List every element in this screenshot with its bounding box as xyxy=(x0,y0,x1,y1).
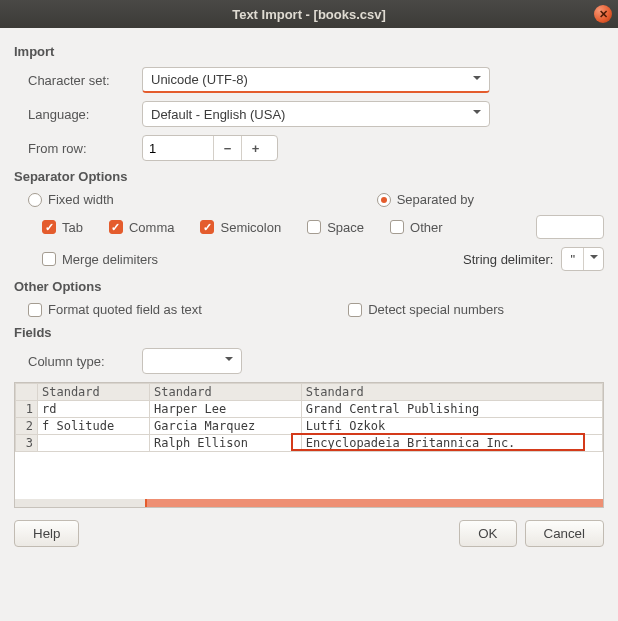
separator-heading: Separator Options xyxy=(14,169,604,184)
charset-label: Character set: xyxy=(28,73,136,88)
checkbox-icon xyxy=(28,303,42,317)
preview-area[interactable]: Standard Standard Standard 1 rd Harper L… xyxy=(14,382,604,508)
merge-label: Merge delimiters xyxy=(62,252,158,267)
close-icon[interactable]: ✕ xyxy=(594,5,612,23)
space-label: Space xyxy=(327,220,364,235)
rownum-cell: 2 xyxy=(16,418,38,435)
titlebar: Text Import - [books.csv] ✕ xyxy=(0,0,618,28)
table-header-row: Standard Standard Standard xyxy=(16,384,603,401)
rownum-cell: 3 xyxy=(16,435,38,452)
col-header[interactable]: Standard xyxy=(38,384,150,401)
space-checkbox[interactable]: Space xyxy=(307,220,364,235)
fixed-width-radio[interactable]: Fixed width xyxy=(28,192,114,207)
cell: Harper Lee xyxy=(149,401,301,418)
coltype-label: Column type: xyxy=(28,354,136,369)
ok-button[interactable]: OK xyxy=(459,520,516,547)
cell: f Solitude xyxy=(38,418,150,435)
help-button[interactable]: Help xyxy=(14,520,79,547)
table-row: 1 rd Harper Lee Grand Central Publishing xyxy=(16,401,603,418)
rownum-cell: 1 xyxy=(16,401,38,418)
semicolon-checkbox[interactable]: Semicolon xyxy=(200,220,281,235)
chevron-down-icon xyxy=(583,248,603,270)
fromrow-input[interactable] xyxy=(143,141,213,156)
cell: rd xyxy=(38,401,150,418)
checkbox-icon xyxy=(42,252,56,266)
cancel-button[interactable]: Cancel xyxy=(525,520,605,547)
comma-checkbox[interactable]: Comma xyxy=(109,220,175,235)
cell: Grand Central Publishing xyxy=(301,401,602,418)
cell xyxy=(38,435,150,452)
detect-label: Detect special numbers xyxy=(368,302,504,317)
other-label: Other xyxy=(410,220,443,235)
semicolon-label: Semicolon xyxy=(220,220,281,235)
horizontal-scrollbar[interactable] xyxy=(15,499,603,507)
separated-by-label: Separated by xyxy=(397,192,474,207)
checkbox-icon xyxy=(109,220,123,234)
fromrow-decrement[interactable]: − xyxy=(213,136,241,160)
quoted-checkbox[interactable]: Format quoted field as text xyxy=(28,302,202,317)
merge-delimiters-checkbox[interactable]: Merge delimiters xyxy=(42,252,158,267)
scrollbar-thumb[interactable] xyxy=(145,499,603,507)
comma-label: Comma xyxy=(129,220,175,235)
cell: Ralph Ellison xyxy=(149,435,301,452)
quoted-label: Format quoted field as text xyxy=(48,302,202,317)
tab-label: Tab xyxy=(62,220,83,235)
other-heading: Other Options xyxy=(14,279,604,294)
fromrow-increment[interactable]: + xyxy=(241,136,269,160)
fields-heading: Fields xyxy=(14,325,604,340)
cell: Lutfi Ozkok xyxy=(301,418,602,435)
stringdelim-value: " xyxy=(562,252,583,267)
stringdelim-label: String delimiter: xyxy=(463,252,553,267)
import-heading: Import xyxy=(14,44,604,59)
table-row: 2 f Solitude Garcia Marquez Lutfi Ozkok xyxy=(16,418,603,435)
stringdelim-select[interactable]: " xyxy=(561,247,604,271)
language-value: Default - English (USA) xyxy=(151,107,285,122)
detect-checkbox[interactable]: Detect special numbers xyxy=(348,302,504,317)
window-title: Text Import - [books.csv] xyxy=(232,7,386,22)
checkbox-icon xyxy=(307,220,321,234)
cell: Encyclopadeia Britannica Inc. xyxy=(301,435,602,452)
cell: Garcia Marquez xyxy=(149,418,301,435)
tab-checkbox[interactable]: Tab xyxy=(42,220,83,235)
checkbox-icon xyxy=(390,220,404,234)
checkbox-icon xyxy=(42,220,56,234)
other-input[interactable] xyxy=(536,215,604,239)
checkbox-icon xyxy=(348,303,362,317)
table-row: 3 Ralph Ellison Encyclopadeia Britannica… xyxy=(16,435,603,452)
charset-select[interactable]: Unicode (UTF-8) xyxy=(142,67,490,93)
separated-by-radio[interactable]: Separated by xyxy=(377,192,474,207)
fixed-width-label: Fixed width xyxy=(48,192,114,207)
preview-table: Standard Standard Standard 1 rd Harper L… xyxy=(15,383,603,452)
checkbox-icon xyxy=(200,220,214,234)
radio-icon xyxy=(377,193,391,207)
charset-value: Unicode (UTF-8) xyxy=(151,72,248,87)
radio-icon xyxy=(28,193,42,207)
language-label: Language: xyxy=(28,107,136,122)
rownum-header xyxy=(16,384,38,401)
col-header[interactable]: Standard xyxy=(301,384,602,401)
other-checkbox[interactable]: Other xyxy=(390,220,443,235)
fromrow-spinner[interactable]: − + xyxy=(142,135,278,161)
coltype-select[interactable] xyxy=(142,348,242,374)
col-header[interactable]: Standard xyxy=(149,384,301,401)
language-select[interactable]: Default - English (USA) xyxy=(142,101,490,127)
fromrow-label: From row: xyxy=(28,141,136,156)
